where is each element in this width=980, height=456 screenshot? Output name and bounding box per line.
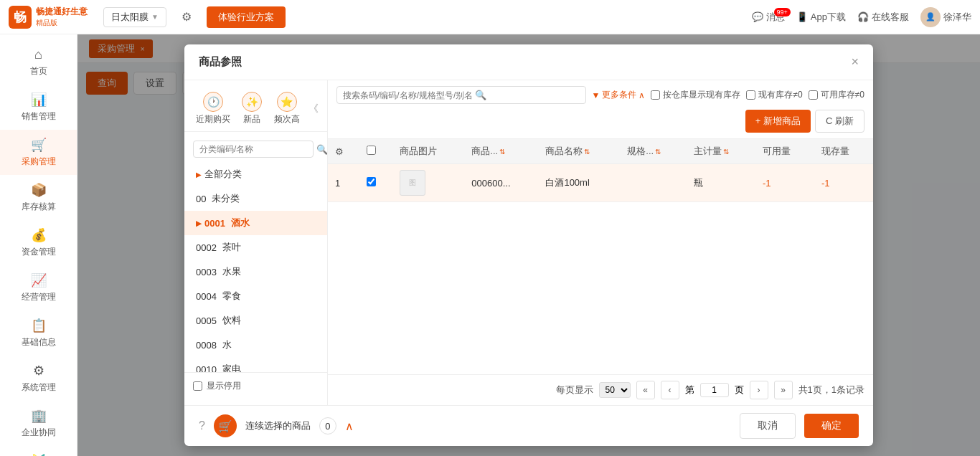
sidebar-item-enterprise[interactable]: 🏢 企业协同: [0, 401, 77, 446]
table-header: ⚙ 商品图片 商品...⇅: [328, 139, 873, 164]
cat-appliance[interactable]: 0010 家电: [184, 357, 327, 372]
cat-beverage[interactable]: 0005 饮料: [184, 308, 327, 333]
cell-stock: -1: [814, 164, 873, 202]
sidebar-item-system[interactable]: ⚙ 系统管理: [0, 356, 77, 401]
page-number-input[interactable]: [700, 383, 729, 397]
select-all-checkbox[interactable]: [367, 146, 376, 155]
refresh-table-button[interactable]: C 刷新: [815, 110, 864, 133]
show-disabled-checkbox[interactable]: [193, 381, 202, 391]
sales-icon: 📊: [31, 92, 47, 108]
col-available[interactable]: 可用量: [755, 139, 814, 164]
messages-nav-item[interactable]: 💬 消息 99: [752, 11, 785, 24]
row-checkbox[interactable]: [367, 177, 376, 186]
cat-tea[interactable]: 0002 茶叶: [184, 235, 327, 260]
star-icon: ⭐: [277, 92, 297, 112]
frequent-item[interactable]: ⭐ 频次高: [271, 89, 303, 128]
app-download-nav-item[interactable]: 📱 App下载: [796, 11, 846, 24]
col-checkbox[interactable]: [359, 139, 392, 164]
filter-button[interactable]: ▼ 更多条件 ∧: [592, 89, 646, 101]
guide-icon: 🔰: [31, 453, 47, 456]
show-by-warehouse-check[interactable]: 按仓库显示现有库存: [651, 89, 740, 101]
sidebar: ⌂ 首页 📊 销售管理 🛒 采购管理 📦 库存核算 💰 资金管理 📈 经营管理 …: [0, 34, 77, 456]
confirm-button[interactable]: 确定: [804, 414, 859, 438]
category-search-input[interactable]: [193, 141, 314, 158]
user-profile[interactable]: 👤 徐泽华: [920, 7, 971, 27]
cat-unclassified[interactable]: 00 未分类: [184, 186, 327, 211]
add-product-button[interactable]: + 新增商品: [745, 110, 811, 133]
trial-button[interactable]: 体验行业方案: [207, 6, 286, 28]
cat-alcohol[interactable]: ▶ 0001 酒水: [184, 211, 327, 235]
sidebar-item-guide[interactable]: 🔰 新手引导: [0, 446, 77, 456]
cat-snack[interactable]: 0004 零食: [184, 284, 327, 308]
headset-icon: 🎧: [857, 11, 869, 22]
product-reference-modal: 商品参照 × 🕐 近期购买 ✨: [184, 44, 873, 446]
sidebar-item-inventory[interactable]: 📦 库存核算: [0, 175, 77, 220]
inventory-icon: 📦: [31, 182, 47, 198]
cell-code: 000600...: [464, 164, 538, 202]
cell-name: 白酒100ml: [538, 164, 620, 202]
cancel-button[interactable]: 取消: [740, 413, 796, 439]
sidebar-item-basic-info[interactable]: 📋 基础信息: [0, 310, 77, 356]
per-page-select[interactable]: 50: [599, 382, 631, 398]
sidebar-item-sales[interactable]: 📊 销售管理: [0, 85, 77, 130]
product-search-input[interactable]: [343, 90, 472, 100]
cart-label: 连续选择的商品: [245, 419, 311, 432]
help-icon[interactable]: ?: [199, 419, 205, 432]
last-page-button[interactable]: »: [774, 381, 793, 399]
stock-checkbox[interactable]: [746, 90, 755, 100]
category-search-row: 🔍: [184, 136, 327, 162]
available-checkbox[interactable]: [809, 90, 818, 100]
col-spec[interactable]: 规格...⇅: [620, 139, 687, 164]
cat-fruit[interactable]: 0003 水果: [184, 260, 327, 284]
main-layout: ⌂ 首页 📊 销售管理 🛒 采购管理 📦 库存核算 💰 资金管理 📈 经营管理 …: [0, 34, 980, 456]
cell-checkbox[interactable]: [359, 164, 392, 202]
system-icon: ⚙: [33, 363, 44, 379]
available-not-zero-check[interactable]: 可用库存≠0: [809, 89, 864, 101]
settings-icon[interactable]: ⚙: [175, 6, 198, 29]
next-page-button[interactable]: ›: [750, 381, 768, 399]
cart-icon: 🛒: [214, 414, 237, 437]
first-page-button[interactable]: «: [636, 381, 655, 399]
col-stock[interactable]: 现存量: [814, 139, 873, 164]
collapse-icon[interactable]: ∧: [345, 419, 354, 433]
filter-icon: ▼: [592, 90, 600, 100]
chevron-left-icon: 《: [308, 103, 319, 115]
product-image: 图: [400, 170, 425, 196]
stock-not-zero-check[interactable]: 现有库存≠0: [746, 89, 802, 101]
branch-dropdown[interactable]: 日太阳膜 ▼: [103, 7, 166, 27]
modal-close-button[interactable]: ×: [851, 54, 859, 70]
modal-overlay: 商品参照 × 🕐 近期购买 ✨: [77, 34, 980, 456]
sidebar-item-purchase[interactable]: 🛒 采购管理: [0, 130, 77, 175]
new-product-item[interactable]: ✨ 新品: [239, 89, 265, 128]
page-unit-label: 页: [735, 384, 744, 396]
logo-text: 畅捷通好生意 精品版: [36, 6, 88, 28]
modal-toolbar: 🔍 ▼ 更多条件 ∧ 按仓库显示现有库存: [328, 80, 873, 139]
online-service-nav-item[interactable]: 🎧 在线客服: [857, 11, 909, 24]
col-name[interactable]: 商品名称⇅: [538, 139, 620, 164]
search-icon[interactable]: 🔍: [475, 90, 486, 100]
cell-unit: 瓶: [687, 164, 755, 202]
col-code[interactable]: 商品...⇅: [464, 139, 538, 164]
arrow-icon: ▶: [196, 171, 202, 179]
home-icon: ⌂: [34, 47, 42, 62]
sidebar-item-home[interactable]: ⌂ 首页: [0, 40, 77, 85]
table-row[interactable]: 1 图 000600... 白酒100ml 瓶: [328, 164, 873, 202]
content-area: 采购管理 × 查询 设置 刷新 商品参照 ×: [77, 34, 980, 456]
cell-spec: [620, 164, 687, 202]
cart-count: 0: [319, 417, 336, 434]
cat-all[interactable]: ▶ 全部分类: [184, 162, 327, 186]
warehouse-checkbox[interactable]: [651, 90, 660, 100]
cat-water[interactable]: 0008 水: [184, 333, 327, 357]
sidebar-item-finance[interactable]: 💰 资金管理: [0, 220, 77, 265]
purchase-icon: 🛒: [31, 137, 47, 153]
sidebar-item-operations[interactable]: 📈 经营管理: [0, 265, 77, 310]
prev-page-button[interactable]: ‹: [661, 381, 679, 399]
avatar: 👤: [920, 7, 941, 27]
category-search-icon[interactable]: 🔍: [316, 144, 328, 155]
col-settings[interactable]: ⚙: [328, 139, 359, 164]
product-table: ⚙ 商品图片 商品...⇅: [328, 139, 873, 202]
recent-purchase-item[interactable]: 🕐 近期购买: [193, 89, 233, 128]
collapse-panel-btn[interactable]: 《: [308, 89, 319, 128]
col-unit[interactable]: 主计量⇅: [687, 139, 755, 164]
cat-arrow-icon: ▶: [196, 219, 202, 227]
